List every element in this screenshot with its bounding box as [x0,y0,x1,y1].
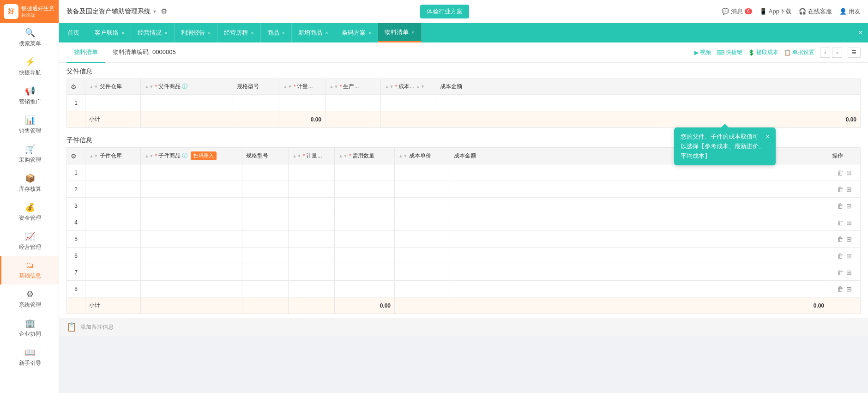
prev-arrow-button[interactable]: ‹ [820,48,830,58]
sidebar-item-marketing[interactable]: 📢营销推广 [0,81,59,110]
tab-operation-history[interactable]: 经营历程 × [217,23,260,42]
tab-bom[interactable]: 物料清单 × [378,23,421,42]
child-unit-cell-2[interactable] [289,181,335,198]
child-spec-cell-7[interactable] [242,264,289,281]
note-text[interactable]: 添加备注信息 [80,323,114,331]
sidebar-item-quick-nav[interactable]: ⚡快捷导航 [0,52,59,81]
child-spec-cell-1[interactable] [242,164,289,181]
tab-add-goods[interactable]: 新增商品 × [292,23,335,42]
sidebar-item-search[interactable]: 🔍搜索菜单 [0,23,59,52]
child-goods-cell-4[interactable] [141,214,242,231]
tab-close-customer[interactable]: × [121,30,124,36]
settings-icon[interactable]: ⚙ [161,7,167,16]
child-unit-cost-cell-7[interactable] [395,264,450,281]
tab-close-operation-history[interactable]: × [251,30,253,36]
tab-close-profit[interactable]: × [208,30,211,36]
child-unit-cost-cell-6[interactable] [395,248,450,264]
tooltip-close-button[interactable]: × [766,132,769,142]
tab-close-add-goods[interactable]: × [325,30,328,36]
child-warehouse-cell-5[interactable] [85,231,141,248]
child-table-settings-icon[interactable]: ⚙ [71,152,77,160]
child-goods-cell-1[interactable] [141,164,242,181]
child-goods-cell-6[interactable] [141,248,242,264]
parent-production-cell[interactable] [326,95,381,111]
sidebar-item-guide[interactable]: 📖新手引导 [0,343,59,372]
child-warehouse-cell-6[interactable] [85,248,141,264]
tab-profit[interactable]: 利润报告 × [175,23,217,42]
child-warehouse-cell-2[interactable] [85,181,141,198]
tab-home[interactable]: 首页 [59,23,88,42]
delete-icon[interactable]: 🗑 [837,202,844,210]
tab-barcode[interactable]: 条码方案 × [335,23,378,42]
child-spec-cell-2[interactable] [242,181,289,198]
child-goods-cell-8[interactable] [141,281,242,297]
parent-cost-cell[interactable] [381,95,436,111]
child-unit-cost-cell-8[interactable] [395,281,450,297]
child-warehouse-cell-1[interactable] [85,164,141,181]
child-warehouse-cell-4[interactable] [85,214,141,231]
user-action[interactable]: 👤 用友 [839,7,861,16]
parent-spec-cell[interactable] [233,95,279,111]
single-settings-action[interactable]: 📋 单据设置 [784,48,814,56]
child-unit-cost-cell-5[interactable] [395,231,450,248]
tab-customer[interactable]: 客户联络 × [88,23,131,42]
child-unit-cost-cell-2[interactable] [395,181,450,198]
delete-icon[interactable]: 🗑 [837,285,844,293]
sidebar-item-operation[interactable]: 📈经营管理 [0,227,59,256]
child-unit-cost-cell-3[interactable] [395,198,450,214]
list-view-button[interactable]: ☰ [848,48,861,58]
tab-close-bom[interactable]: × [411,30,414,35]
child-qty-cell-6[interactable] [335,248,395,264]
message-action[interactable]: 💬 消息 6 [722,7,752,16]
child-warehouse-cell-3[interactable] [85,198,141,214]
child-qty-cell-4[interactable] [335,214,395,231]
delete-icon[interactable]: 🗑 [837,252,844,260]
tab-close-operation-status[interactable]: × [164,30,167,36]
child-goods-cell-3[interactable] [141,198,242,214]
tab-operation-status[interactable]: 经营情况 × [131,23,174,42]
child-qty-cell-8[interactable] [335,281,395,297]
child-unit-cost-cell-4[interactable] [395,214,450,231]
dropdown-arrow-icon[interactable]: ▾ [153,8,156,15]
tab-close-barcode[interactable]: × [368,30,371,36]
child-unit-cell-5[interactable] [289,231,335,248]
experience-button[interactable]: 体验行业方案 [420,5,469,18]
next-arrow-button[interactable]: › [832,48,842,58]
child-spec-cell-5[interactable] [242,231,289,248]
copy-icon[interactable]: ⊞ [846,219,852,226]
copy-icon[interactable]: ⊞ [846,169,852,176]
sidebar-item-inventory[interactable]: 📦库存核算 [0,169,59,198]
delete-icon[interactable]: 🗑 [837,236,844,243]
copy-icon[interactable]: ⊞ [846,269,852,276]
child-unit-cost-cell-1[interactable] [395,164,450,181]
child-goods-cell-7[interactable] [141,264,242,281]
child-goods-cell-5[interactable] [141,231,242,248]
child-spec-cell-4[interactable] [242,214,289,231]
online-service-action[interactable]: 🎧 在线客服 [799,7,832,16]
sidebar-item-enterprise[interactable]: 🏢企业协同 [0,314,59,343]
copy-icon[interactable]: ⊞ [846,186,852,193]
parent-goods-cell[interactable] [141,95,233,111]
child-unit-cell-6[interactable] [289,248,335,264]
extract-cost-action[interactable]: 💲 提取成本 [748,48,778,56]
child-spec-cell-6[interactable] [242,248,289,264]
copy-icon[interactable]: ⊞ [846,252,852,260]
child-unit-cell-4[interactable] [289,214,335,231]
sub-tab-bom-list[interactable]: 物料清单 [66,42,105,63]
child-unit-cell-3[interactable] [289,198,335,214]
scan-badge[interactable]: 扫码录入 [191,151,217,160]
parent-table-settings-icon[interactable]: ⚙ [71,83,77,91]
sidebar-item-system[interactable]: ⚙系统管理 [0,284,59,314]
child-qty-cell-7[interactable] [335,264,395,281]
child-qty-cell-5[interactable] [335,231,395,248]
child-warehouse-cell-7[interactable] [85,264,141,281]
shortcut-action[interactable]: ⌨ 快捷键 [717,48,742,56]
sub-tab-bom-code[interactable]: 物料清单编码 0000005 [105,42,183,63]
delete-icon[interactable]: 🗑 [837,186,844,193]
delete-icon[interactable]: 🗑 [837,169,844,176]
app-download-action[interactable]: 📱 App下载 [760,7,791,16]
child-warehouse-cell-8[interactable] [85,281,141,297]
child-unit-cell-8[interactable] [289,281,335,297]
child-goods-cell-2[interactable] [141,181,242,198]
sidebar-item-sales[interactable]: 📊销售管理 [0,110,59,139]
